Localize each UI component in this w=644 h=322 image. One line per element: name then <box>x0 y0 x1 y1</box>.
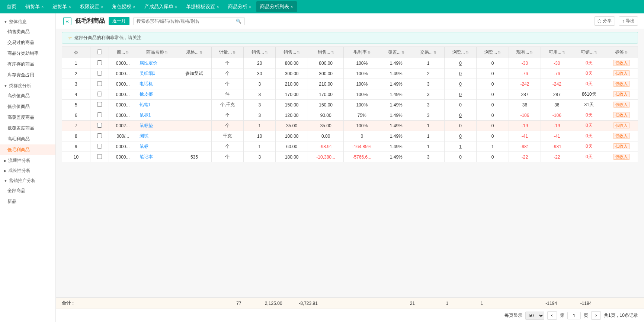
per-page-select[interactable]: 50 20 100 <box>525 312 544 320</box>
col-browse1[interactable]: 浏览...⇅ <box>444 47 476 58</box>
sidebar-item-high-value[interactable]: 高价值商品 <box>0 90 55 101</box>
nav-product-analysis-list[interactable]: 商品分析列表× <box>256 1 297 12</box>
row-name[interactable]: 鼠标 <box>137 141 177 152</box>
row-browse1[interactable]: 0 <box>444 58 476 68</box>
row-browse1[interactable]: 1 <box>444 141 476 152</box>
row-checkbox-cell[interactable] <box>90 89 109 100</box>
row-name[interactable]: 电话机 <box>137 79 177 89</box>
nav-sales-order[interactable]: 销货单× <box>22 1 47 12</box>
collapse-sidebar-button[interactable]: « <box>63 17 71 25</box>
sidebar-item-category-rate[interactable]: 商品分类助销率 <box>0 48 55 59</box>
col-tag[interactable]: 标签⇅ <box>605 47 638 58</box>
nav-purchase-order[interactable]: 进货单× <box>49 1 74 12</box>
col-coverage[interactable]: 覆盖...⇅ <box>380 47 412 58</box>
search-input[interactable] <box>137 19 234 24</box>
date-filter-button[interactable]: 近一月 <box>109 17 129 25</box>
nav-template-settings[interactable]: 单据模板设置× <box>182 1 222 12</box>
col-sales-price[interactable]: 销售...⇅ <box>276 47 308 58</box>
sidebar-item-traded-products[interactable]: 交易过的商品 <box>0 37 55 48</box>
sidebar-item-all-products[interactable]: 全部商品 <box>0 185 55 196</box>
row-checkbox-cell[interactable] <box>90 68 109 79</box>
row-name[interactable]: 属性定价 <box>137 58 177 68</box>
row-checkbox[interactable] <box>97 123 102 128</box>
close-analysis-list[interactable]: × <box>291 4 293 9</box>
select-all-checkbox[interactable] <box>97 50 102 54</box>
sidebar-item-new-products[interactable]: 新品 <box>0 196 55 207</box>
row-browse1[interactable]: 0 <box>444 152 476 162</box>
col-sales-count[interactable]: 销售...⇅ <box>244 47 276 58</box>
col-browse2[interactable]: 浏览...⇅ <box>477 47 509 58</box>
row-checkbox[interactable] <box>97 92 102 96</box>
sidebar-item-low-margin[interactable]: 低毛利商品 <box>0 144 55 155</box>
row-checkbox-cell[interactable] <box>90 152 109 162</box>
col-name[interactable]: 商品名称⇅ <box>137 47 177 58</box>
row-checkbox[interactable] <box>97 60 102 65</box>
row-browse1[interactable]: 0 <box>444 131 476 141</box>
settings-icon[interactable]: ⚙ <box>74 50 79 55</box>
row-checkbox-cell[interactable] <box>90 58 109 68</box>
row-name[interactable]: 铅笔1 <box>137 100 177 110</box>
row-checkbox[interactable] <box>97 81 102 86</box>
col-code[interactable]: 商...⇅ <box>109 47 137 58</box>
col-current[interactable]: 现有...⇅ <box>509 47 541 58</box>
close-permission[interactable]: × <box>101 4 103 9</box>
sidebar-item-stocked-products[interactable]: 有库存的商品 <box>0 59 55 70</box>
col-available[interactable]: 可用...⇅ <box>541 47 573 58</box>
row-checkbox[interactable] <box>97 144 102 149</box>
sidebar-group-overall[interactable]: ▼ 整体信息 <box>0 16 55 26</box>
row-checkbox[interactable] <box>97 133 102 138</box>
close-product-analysis[interactable]: × <box>249 4 251 9</box>
col-settings[interactable]: ⚙ <box>62 47 90 58</box>
row-checkbox-cell[interactable] <box>90 121 109 131</box>
next-page-button[interactable]: ＞ <box>591 311 601 320</box>
close-template[interactable]: × <box>217 4 219 9</box>
close-role-auth[interactable]: × <box>133 4 135 9</box>
col-saleable[interactable]: 可销...⇅ <box>573 47 605 58</box>
sidebar-item-low-coverage[interactable]: 低覆盖度商品 <box>0 123 55 134</box>
close-purchase-order[interactable]: × <box>68 4 71 9</box>
row-name[interactable]: 测试 <box>137 131 177 141</box>
nav-role-auth[interactable]: 角色授权× <box>108 1 139 12</box>
sidebar-group-cluster[interactable]: ▼ 类群度分析 <box>0 80 55 90</box>
row-browse1[interactable]: 0 <box>444 79 476 89</box>
row-name[interactable]: 笔记本 <box>137 152 177 162</box>
share-button[interactable]: ⬡ 分享 <box>594 16 615 26</box>
row-checkbox-cell[interactable] <box>90 141 109 152</box>
sidebar-group-growth[interactable]: ▶ 成长性分析 <box>0 165 55 175</box>
sidebar-group-liquidity[interactable]: ▶ 流通性分析 <box>0 155 55 165</box>
col-unit[interactable]: 计量...⇅ <box>211 47 243 58</box>
row-name[interactable]: 鼠标垫 <box>137 121 177 131</box>
sidebar-group-marketing[interactable]: ▼ 营销推广分析 <box>0 175 55 185</box>
col-sales-profit[interactable]: 销售...⇅ <box>308 47 344 58</box>
row-name[interactable]: 鼠标1 <box>137 110 177 121</box>
row-checkbox[interactable] <box>97 154 102 159</box>
row-checkbox[interactable] <box>97 71 102 76</box>
prev-page-button[interactable]: ＜ <box>547 311 557 320</box>
page-number-input[interactable] <box>567 312 581 319</box>
nav-permission-settings[interactable]: 权限设置× <box>76 1 107 12</box>
sidebar-item-sales-products[interactable]: 销售类商品 <box>0 26 55 37</box>
sidebar-item-inventory-capital[interactable]: 库存资金占用 <box>0 70 55 80</box>
row-browse1[interactable]: 0 <box>444 68 476 79</box>
sidebar-item-low-value[interactable]: 低价值商品 <box>0 101 55 112</box>
close-product-entry[interactable]: × <box>175 4 177 9</box>
row-name[interactable]: 吴细细1 <box>137 68 177 79</box>
row-checkbox-cell[interactable] <box>90 79 109 89</box>
row-name[interactable]: 橡皮擦 <box>137 89 177 100</box>
row-checkbox-cell[interactable] <box>90 110 109 121</box>
row-checkbox[interactable] <box>97 102 102 107</box>
row-checkbox-cell[interactable] <box>90 100 109 110</box>
row-browse1[interactable]: 0 <box>444 110 476 121</box>
nav-home[interactable]: 首页 <box>3 1 20 12</box>
row-browse1[interactable]: 0 <box>444 89 476 100</box>
close-sales-order[interactable]: × <box>41 4 44 9</box>
col-gross-rate[interactable]: 毛利率⇅ <box>344 47 380 58</box>
row-checkbox-cell[interactable] <box>90 131 109 141</box>
sidebar-item-high-coverage[interactable]: 高覆盖度商品 <box>0 112 55 123</box>
col-spec[interactable]: 规格...⇅ <box>177 47 211 58</box>
row-browse1[interactable]: 0 <box>444 100 476 110</box>
sidebar-item-high-margin[interactable]: 高毛利商品 <box>0 134 55 144</box>
row-browse1[interactable]: 0 <box>444 121 476 131</box>
nav-product-analysis[interactable]: 商品分析× <box>224 1 255 12</box>
export-button[interactable]: ↑ 导出 <box>619 16 638 26</box>
